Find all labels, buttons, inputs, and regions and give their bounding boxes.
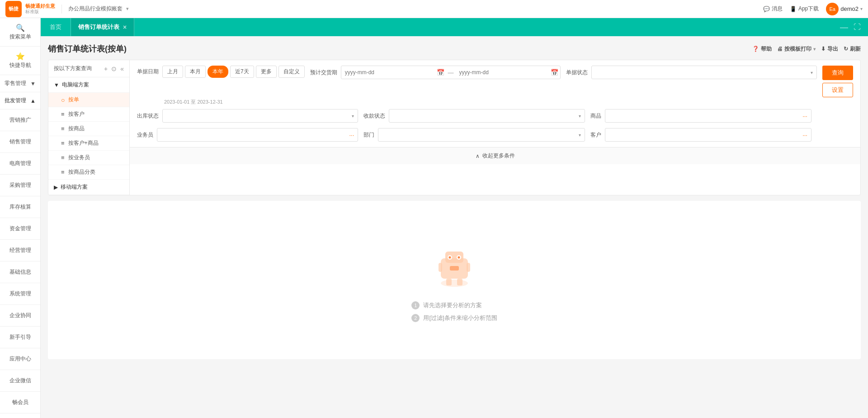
- tab-close-icon[interactable]: ×: [123, 24, 127, 31]
- shortcut-custom[interactable]: 自定义: [278, 66, 305, 78]
- message-btn[interactable]: 💬 消息: [763, 5, 783, 13]
- scheme-add-icon[interactable]: +: [104, 65, 108, 72]
- sidebar-label-sales: 销售管理: [9, 138, 31, 146]
- sidebar-item-system[interactable]: 系统管理: [0, 283, 40, 305]
- ship-status-select[interactable]: ▾: [162, 109, 358, 123]
- scheme-group-mobile-header[interactable]: ▶ 移动端方案: [48, 180, 129, 195]
- app-top-title: 办公用品行业模拟账套: [68, 5, 123, 13]
- tab-active[interactable]: 销售订单统计表 ×: [71, 18, 134, 36]
- shortcut-this-month[interactable]: 本月: [185, 66, 206, 78]
- topbar-actions: 💬 消息 📱 App下载 Ea demo2 ▾: [763, 3, 863, 15]
- forecast-end-input[interactable]: [456, 69, 549, 76]
- forecast-cal-end-icon[interactable]: 📅: [549, 69, 560, 76]
- salesperson-select[interactable]: ···: [157, 128, 358, 142]
- sidebar-item-sales[interactable]: 销售管理: [0, 131, 40, 153]
- help-icon: ❓: [752, 46, 759, 52]
- sidebar-item-operation[interactable]: 经营管理: [0, 240, 40, 261]
- filter-row-1: 单据日期 上月 本月 本年 近7天 更多 自定义: [130, 60, 860, 97]
- sidebar-item-wechat[interactable]: 企业微信: [0, 370, 40, 392]
- tab-home[interactable]: 首页: [41, 18, 71, 36]
- scheme-item-by-order[interactable]: ○ 按单: [48, 93, 129, 107]
- refresh-label: 刷新: [850, 45, 861, 53]
- collapse-label: 收起更多条件: [482, 152, 515, 160]
- empty-tip-2: 2 用[过滤]条件来缩小分析范围: [411, 314, 497, 322]
- group-toggle-icon: ▼: [54, 82, 59, 88]
- template-print-btn[interactable]: 🖨 按模板打印 ▾: [777, 45, 816, 53]
- sidebar-item-quick-nav[interactable]: ⭐ 快捷导航: [0, 47, 40, 75]
- refresh-btn[interactable]: ↻ 刷新: [844, 45, 861, 53]
- sidebar-item-member[interactable]: 畅会员: [0, 392, 40, 413]
- forecast-start-input[interactable]: [341, 69, 435, 76]
- print-dropdown-icon: ▾: [813, 47, 816, 52]
- sidebar-label-search: 搜索菜单: [9, 33, 31, 41]
- scheme-item-by-customer-label: 按客户: [68, 110, 85, 118]
- date-label: 单据日期: [137, 68, 159, 76]
- sidebar-item-search[interactable]: 🔍 搜索菜单: [0, 18, 40, 47]
- scheme-item-by-category-label: 按商品分类: [68, 168, 95, 176]
- settings-button[interactable]: 设置: [822, 83, 853, 97]
- title-dropdown-icon[interactable]: ▾: [126, 6, 129, 12]
- empty-illustration: [427, 238, 481, 292]
- shortcut-last-month[interactable]: 上月: [162, 66, 183, 78]
- forecast-cal-start-icon[interactable]: 📅: [435, 69, 446, 76]
- sidebar-item-retail[interactable]: 零售管理 ▼: [0, 75, 40, 92]
- empty-state: 1 请先选择要分析的方案 2 用[过滤]条件来缩小分析范围: [48, 201, 861, 359]
- empty-tips: 1 请先选择要分析的方案 2 用[过滤]条件来缩小分析范围: [411, 301, 497, 322]
- date-field: 单据日期 上月 本月 本年 近7天 更多 自定义: [137, 66, 305, 78]
- sidebar-item-apps[interactable]: 应用中心: [0, 348, 40, 370]
- app-download-btn[interactable]: 📱 App下载: [790, 5, 819, 13]
- svg-rect-8: [439, 263, 442, 272]
- department-select[interactable]: ▾: [378, 128, 585, 142]
- sidebar-item-basic[interactable]: 基础信息: [0, 261, 40, 283]
- sidebar-item-marketing[interactable]: 营销推广: [0, 109, 40, 131]
- scheme-item-by-goods[interactable]: ≡ 按商品: [48, 122, 129, 136]
- sidebar-label-ecommerce: 电商管理: [9, 160, 31, 167]
- payment-status-select[interactable]: ▾: [389, 109, 585, 123]
- sidebar-item-inventory[interactable]: 库存核算: [0, 196, 40, 218]
- export-label: 导出: [827, 45, 838, 53]
- mobile-toggle-icon: ▶: [54, 184, 58, 190]
- scheme-item-by-customer-goods[interactable]: ≡ 按客户+商品: [48, 136, 129, 151]
- scheme-collapse-icon[interactable]: «: [120, 65, 124, 72]
- date-shortcuts: 上月 本月 本年 近7天 更多 自定义: [162, 66, 305, 78]
- top-bar: 畅捷 畅捷通好生意 标准版 办公用品行业模拟账套 ▾ 💬 消息 📱 App下载 …: [0, 0, 868, 18]
- collapse-bar[interactable]: ∧ 收起更多条件: [130, 147, 860, 164]
- main-layout: 🔍 搜索菜单 ⭐ 快捷导航 零售管理 ▼ 批发管理 ▲ 营销推广 销售管理 电商…: [0, 18, 868, 418]
- svg-point-0: [441, 280, 468, 287]
- svg-rect-7: [450, 266, 459, 271]
- scheme-item-by-category[interactable]: ≡ 按商品分类: [48, 165, 129, 180]
- window-max-btn[interactable]: ⛶: [854, 23, 861, 31]
- goods-select[interactable]: ···: [605, 109, 811, 123]
- bill-status-select[interactable]: ▾: [591, 66, 817, 79]
- scheme-group-pc-header[interactable]: ▼ 电脑端方案: [48, 77, 129, 93]
- sidebar-label-quick-nav: 快捷导航: [9, 62, 31, 69]
- help-btn[interactable]: ❓ 帮助: [752, 45, 772, 53]
- sidebar-item-purchase[interactable]: 采购管理: [0, 175, 40, 196]
- sidebar-label-wechat: 企业微信: [9, 377, 31, 385]
- app-badge: 标准版: [25, 9, 55, 14]
- window-min-btn[interactable]: —: [840, 23, 848, 32]
- sidebar-item-wholesale[interactable]: 批发管理 ▲: [0, 92, 40, 109]
- shortcut-7days[interactable]: 近7天: [230, 66, 254, 78]
- message-label: 消息: [772, 5, 783, 13]
- bill-status-label: 单据状态: [566, 69, 588, 76]
- sidebar-item-guide[interactable]: 新手引导: [0, 327, 40, 348]
- retail-arrow-icon: ▼: [30, 81, 36, 87]
- user-profile[interactable]: Ea demo2 ▾: [826, 3, 863, 15]
- user-name: demo2: [840, 5, 859, 12]
- message-icon: 💬: [763, 6, 770, 12]
- scheme-item-by-customer[interactable]: ≡ 按客户: [48, 107, 129, 122]
- query-button[interactable]: 查询: [822, 66, 853, 80]
- sidebar-item-ecommerce[interactable]: 电商管理: [0, 153, 40, 175]
- customer-select[interactable]: ···: [605, 128, 811, 142]
- export-btn[interactable]: ⬇ 导出: [821, 45, 838, 53]
- template-print-label: 按模板打印: [784, 45, 811, 53]
- scheme-item-by-salesperson[interactable]: ≡ 按业务员: [48, 151, 129, 165]
- scheme-edit-icon[interactable]: ⊙: [111, 65, 117, 72]
- wholesale-arrow-icon: ▲: [30, 98, 36, 104]
- shortcut-this-year[interactable]: 本年: [208, 66, 228, 78]
- sidebar-item-enterprise[interactable]: 企业协同: [0, 305, 40, 327]
- scheme-item-sales-icon: ≡: [61, 154, 65, 161]
- sidebar-item-finance[interactable]: 资金管理: [0, 218, 40, 240]
- shortcut-more[interactable]: 更多: [256, 66, 277, 78]
